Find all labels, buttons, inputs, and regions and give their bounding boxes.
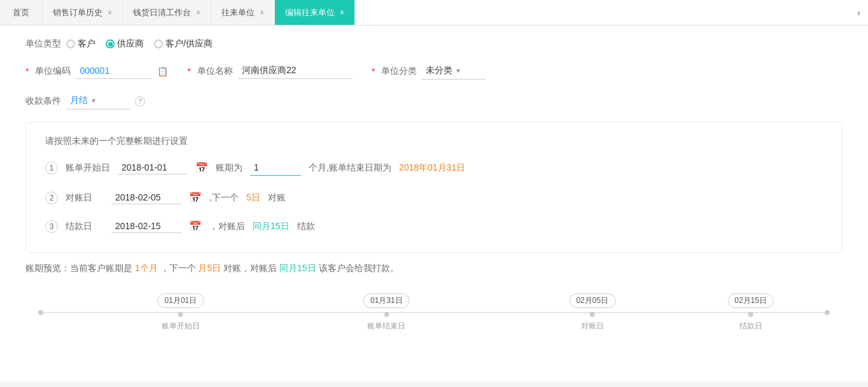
timeline-label-3: 对账日 <box>581 321 604 332</box>
timeline-badge-2: 01月31日 <box>363 293 410 308</box>
tab-cashflow[interactable]: 钱货日清工作台 × <box>123 0 211 25</box>
period-months-input[interactable] <box>250 160 301 176</box>
timeline-dot-4 <box>748 312 753 317</box>
period-highlight-3: 同月15日 <box>253 221 290 232</box>
unit-category-star: * <box>372 66 375 76</box>
unit-category-select[interactable]: 未分类 ▾ <box>422 62 486 80</box>
tab-sales-history[interactable]: 销售订单历史 × <box>43 0 123 25</box>
unit-name-label: 单位名称 <box>197 66 233 77</box>
timeline-badge-4: 02月15日 <box>727 293 774 308</box>
timeline-start-dot <box>38 310 43 315</box>
radio-supplier[interactable]: 供应商 <box>106 38 144 50</box>
radio-customer[interactable]: 客户 <box>66 38 95 50</box>
radio-customer-label: 客户 <box>78 38 95 50</box>
preview-section: 账期预览：当前客户账期是 1个月 ，下一个 月5日 对账，对账后 同月15日 该… <box>25 263 843 274</box>
period-row-1: 1 账单开始日 📅 账期为 个月,账单结束日期为 2018年01月31日 <box>45 160 823 176</box>
radio-supplier-label: 供应商 <box>117 38 144 50</box>
preview-sep2: 对账，对账后 <box>223 263 277 273</box>
tab-cashflow-label: 钱货日清工作台 <box>133 7 191 18</box>
unit-name-input[interactable] <box>238 63 353 79</box>
calendar-icon-3[interactable]: 📅 <box>189 220 202 232</box>
timeline-badge-1: 01月01日 <box>158 293 204 308</box>
period-label-2: 对账日 <box>66 192 104 204</box>
preview-part1: 1个月 <box>135 263 158 273</box>
timeline-label-2: 账单结束日 <box>367 321 405 332</box>
calendar-icon-2[interactable]: 📅 <box>189 192 202 204</box>
radio-supplier-circle <box>106 39 115 48</box>
unit-category-value: 未分类 <box>426 65 452 76</box>
unit-code-input[interactable] <box>76 63 152 79</box>
preview-part3: 同月15日 <box>279 263 316 273</box>
unit-code-label: 单位编码 <box>35 66 71 77</box>
timeline-dot-3 <box>590 312 595 317</box>
period-row-2: 2 对账日 📅 ,下一个 5日 对账 <box>45 191 823 204</box>
preview-sep1: ，下一个 <box>160 263 196 273</box>
help-icon[interactable]: ? <box>135 96 145 106</box>
preview-suffix: 该客户会给我打款。 <box>319 263 399 273</box>
radio-both-label: 客户/供应商 <box>165 38 213 50</box>
timeline-point-2: 01月31日 账单结束日 <box>363 293 410 332</box>
tab-sales-history-close[interactable]: × <box>108 8 112 17</box>
radio-customer-circle <box>66 39 75 48</box>
category-chevron-icon: ▾ <box>456 66 460 75</box>
tab-edit-partner-label: 编辑往来单位 <box>285 7 335 18</box>
tab-home-label: 首页 <box>13 7 29 18</box>
period-row-3: 3 结款日 📅 ，对账后 同月15日 结款 <box>45 220 823 233</box>
payment-label: 收款条件 <box>25 95 61 107</box>
unit-type-row: 单位类型 客户 供应商 客户/供应商 <box>25 38 843 50</box>
period-date-3[interactable] <box>111 220 181 233</box>
payment-group: 收款条件 月结 ▾ ? <box>25 92 145 109</box>
period-num-1: 1 <box>45 162 58 174</box>
period-label-3: 结款日 <box>66 221 104 232</box>
tab-more-button[interactable]: › <box>850 0 868 25</box>
period-suffix-before-3: ，对账后 <box>209 221 245 232</box>
period-num-2: 2 <box>45 192 58 204</box>
period-num-3: 3 <box>45 220 58 233</box>
tab-bar: 首页 销售订单历史 × 钱货日清工作台 × 往来单位 × 编辑往来单位 × › <box>0 0 868 25</box>
preview-prefix: 账期预览：当前客户账期是 <box>25 263 132 273</box>
timeline-point-1: 01月01日 账单开始日 <box>158 293 204 332</box>
main-content: 单位类型 客户 供应商 客户/供应商 * 单位编码 <box>0 25 868 382</box>
period-suffix-after-2: 对账 <box>268 192 286 204</box>
timeline-point-3: 02月05日 对账日 <box>569 293 615 332</box>
copy-icon[interactable]: 📋 <box>157 66 168 76</box>
unit-name-group: * 单位名称 <box>187 63 352 79</box>
tab-edit-partner[interactable]: 编辑往来单位 × <box>275 0 355 25</box>
timeline-label-4: 结款日 <box>739 321 762 332</box>
payment-value: 月结 <box>70 95 88 106</box>
period-suffix-month: 个月,账单结束日期为 <box>309 162 391 174</box>
tab-partners[interactable]: 往来单位 × <box>211 0 275 25</box>
calendar-icon-1[interactable]: 📅 <box>195 162 208 174</box>
timeline-point-4: 02月15日 结款日 <box>727 293 774 332</box>
timeline-dot-1 <box>178 312 183 317</box>
unit-type-label: 单位类型 <box>25 38 61 50</box>
unit-category-group: * 单位分类 未分类 ▾ <box>372 62 486 80</box>
payment-row: 收款条件 月结 ▾ ? <box>25 92 843 109</box>
tab-sales-history-label: 销售订单历史 <box>53 7 102 18</box>
tab-partners-label: 往来单位 <box>221 7 255 18</box>
unit-type-group: 单位类型 客户 供应商 客户/供应商 <box>25 38 213 50</box>
payment-select[interactable]: 月结 ▾ <box>66 92 130 109</box>
period-highlight-2: 5日 <box>246 192 260 204</box>
unit-category-label: 单位分类 <box>381 66 417 77</box>
unit-code-group: * 单位编码 📋 <box>25 63 168 79</box>
unit-code-star: * <box>25 66 29 76</box>
period-date-1[interactable] <box>118 161 188 174</box>
unit-name-star: * <box>187 66 190 76</box>
payment-chevron-icon: ▾ <box>92 96 95 105</box>
unit-type-radio-group: 客户 供应商 客户/供应商 <box>66 38 213 50</box>
preview-part2: 月5日 <box>198 263 221 273</box>
period-date-2[interactable] <box>111 191 181 204</box>
radio-both[interactable]: 客户/供应商 <box>154 38 213 50</box>
period-suffix-after-3: 结款 <box>297 221 315 232</box>
timeline-end-dot <box>825 310 830 315</box>
radio-both-circle <box>154 39 163 48</box>
period-suffix-before-2: ,下一个 <box>209 192 239 204</box>
tab-partners-close[interactable]: × <box>260 8 264 17</box>
period-card-title: 请按照未来的一个完整帐期进行设置 <box>45 136 823 147</box>
period-suffix-before-1: 账期为 <box>216 162 242 174</box>
tab-home[interactable]: 首页 <box>0 0 43 25</box>
timeline-label-1: 账单开始日 <box>162 321 200 332</box>
tab-cashflow-close[interactable]: × <box>196 8 200 17</box>
tab-edit-partner-close[interactable]: × <box>340 8 344 17</box>
